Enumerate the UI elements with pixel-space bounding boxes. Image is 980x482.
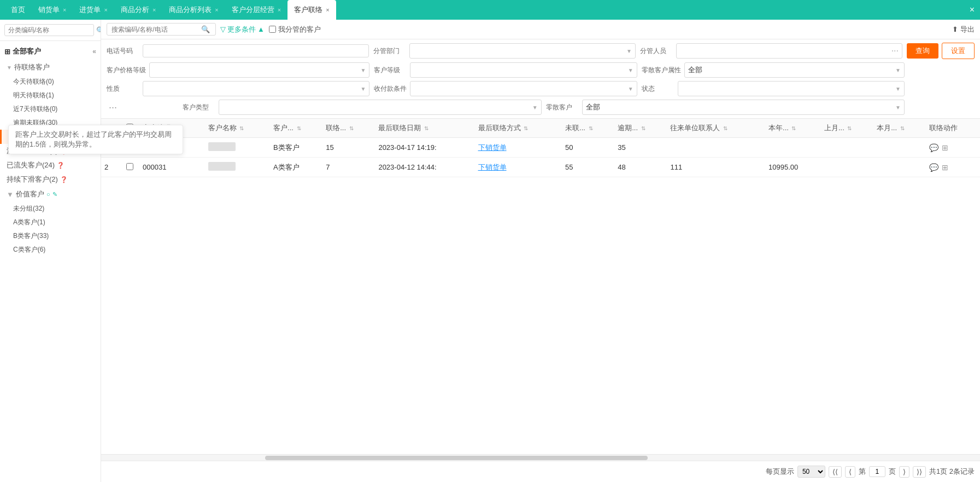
close-tab-sales-order[interactable]: × <box>63 7 66 13</box>
tab-home[interactable]: 首页 <box>4 0 32 20</box>
col-this-month[interactable]: 本月... ⇅ <box>873 119 926 138</box>
filter-actions: 查询 设置 <box>907 43 975 59</box>
sidebar-group-value[interactable]: ▼ 价值客户 ○ ✎ <box>0 187 101 202</box>
tab-product-analysis[interactable]: 商品分析 × <box>114 0 162 20</box>
cell-unit-1 <box>667 138 765 158</box>
cust-type-select[interactable]: ▼ <box>219 100 541 115</box>
tab-customer-contact[interactable]: 客户联络 × <box>287 0 336 20</box>
sidebar-item-ungrouped[interactable]: 未分组(32) <box>0 202 101 216</box>
col-last-contact-date[interactable]: 最后联络日期 ⇅ <box>375 119 474 138</box>
col-last-contact-method[interactable]: 最后联络方式 ⇅ <box>475 119 562 138</box>
grid-icon-2[interactable]: ⊞ <box>942 163 948 172</box>
filter-payment: 收付款条件 ▼ <box>374 81 637 96</box>
col-not-contacted[interactable]: 未联... ⇅ <box>562 119 614 138</box>
horizontal-scrollbar[interactable] <box>101 454 980 461</box>
retail-attr-select[interactable]: 全部 ▼ <box>684 62 905 78</box>
sidebar-item-declining[interactable]: 持续下滑客户(2) ❓ <box>0 172 101 187</box>
sidebar-search-icon[interactable]: 🔍 <box>96 26 101 34</box>
sidebar-item-a-class[interactable]: A类客户(1) <box>0 216 101 229</box>
sidebar-group-pending[interactable]: ▼ 待联络客户 <box>0 60 101 75</box>
tab-customer-tier[interactable]: 客户分层经营 × <box>225 0 287 20</box>
sidebar-collapse-btn[interactable]: « <box>92 48 96 55</box>
page-input[interactable] <box>869 466 885 477</box>
payment-select[interactable]: ▼ <box>410 81 637 96</box>
nav-close-button[interactable]: × <box>970 5 975 15</box>
close-tab-purchase-order[interactable]: × <box>104 7 107 13</box>
col-name[interactable]: 客户名称 ⇅ <box>205 119 271 138</box>
col-last-month[interactable]: 上月... ⇅ <box>821 119 873 138</box>
phone-input[interactable] <box>143 44 369 57</box>
filter-more-dots: ··· <box>107 102 178 113</box>
filter-dept: 分管部门 ▼ <box>373 43 636 59</box>
my-customers-checkbox[interactable] <box>269 26 276 33</box>
first-page-btn[interactable]: ⟨⟨ <box>829 466 842 478</box>
sidebar-item-c-class[interactable]: C类客户(6) <box>0 243 101 257</box>
cell-year-2: 10995.00 <box>765 158 821 177</box>
value-group-edit-icon[interactable]: ✎ <box>52 191 57 198</box>
more-conditions-btn[interactable]: ▽ 更多条件 ▲ <box>220 25 265 34</box>
table-scroll[interactable]: 客户编码 ⇅ 客户名称 ⇅ 客户... ⇅ <box>101 119 980 454</box>
col-unit-contact[interactable]: 往来单位联系人 ⇅ <box>667 119 765 138</box>
person-select[interactable]: ··· <box>676 43 902 59</box>
per-page-select[interactable]: 50 10 20 100 <box>797 466 825 478</box>
price-tier-select[interactable]: ▼ <box>149 62 369 78</box>
sidebar-item-b-class[interactable]: B类客户(33) <box>0 229 101 243</box>
help-icon-4: ❓ <box>60 176 68 183</box>
settings-button[interactable]: 设置 <box>942 43 975 59</box>
close-tab-product-analysis-list[interactable]: × <box>215 7 218 13</box>
sidebar-search-area: 🔍 <box>0 20 101 41</box>
cell-name-1 <box>205 138 271 158</box>
row-checkbox-2[interactable] <box>126 163 133 170</box>
dept-select[interactable]: ▼ <box>409 43 636 59</box>
filter-status: 状态 ▼ <box>642 81 905 96</box>
sidebar-all-customers[interactable]: ⊞ 全部客户 « <box>0 43 101 60</box>
chat-icon-2[interactable]: 💬 <box>929 163 938 172</box>
cell-not-contacted-1: 50 <box>562 138 614 158</box>
tab-product-analysis-list[interactable]: 商品分析列表 × <box>162 0 225 20</box>
col-this-year[interactable]: 本年... ⇅ <box>765 119 821 138</box>
next-page-btn[interactable]: ⟩ <box>899 466 909 478</box>
col-level[interactable]: 客户... ⇅ <box>270 119 322 138</box>
main-layout: 🔍 ⊞ 全部客户 « ▼ 待联络客户 今天待联络(0) 明天待联络(1) 近7天… <box>0 20 980 482</box>
advanced-filters: 电话号码 分管部门 ▼ 分管人员 ··· <box>101 39 980 119</box>
query-button[interactable]: 查询 <box>907 43 938 59</box>
sidebar-item-7days[interactable]: 近7天待联络(0) <box>0 102 101 116</box>
status-select[interactable]: ▼ <box>678 81 905 96</box>
cell-date-1: 2023-04-17 14:19: <box>375 138 474 158</box>
sidebar-item-churned[interactable]: 已流失客户(24) ❓ <box>0 158 101 172</box>
customers-table: 客户编码 ⇅ 客户名称 ⇅ 客户... ⇅ <box>101 119 980 177</box>
filter-row-2: 客户价格等级 ▼ 客户等级 ▼ 零散客户属性 全部 <box>107 62 975 78</box>
cell-not-contacted-2: 55 <box>562 158 614 177</box>
cell-overdue-2: 48 <box>614 158 667 177</box>
col-contact-count[interactable]: 联络... ⇅ <box>322 119 375 138</box>
chat-icon-1[interactable]: 💬 <box>929 143 938 152</box>
method-link-1[interactable]: 下销货单 <box>478 143 507 152</box>
more-dots-button[interactable]: ··· <box>109 102 117 113</box>
cell-last-month-1 <box>821 138 873 158</box>
method-link-2[interactable]: 下销货单 <box>478 163 507 171</box>
retail-customer-select[interactable]: 全部 ▼ <box>582 100 905 115</box>
nature-select[interactable]: ▼ <box>143 81 369 96</box>
grid-icon-1[interactable]: ⊞ <box>942 143 948 152</box>
filter-search-input[interactable] <box>112 26 199 33</box>
export-button[interactable]: ⬆ 导出 <box>952 25 975 34</box>
close-tab-product-analysis[interactable]: × <box>152 7 156 13</box>
cust-level-select[interactable]: ▼ <box>410 62 637 78</box>
sidebar-item-tomorrow[interactable]: 明天待联络(1) <box>0 89 101 102</box>
cell-this-month-2 <box>873 158 926 177</box>
last-page-btn[interactable]: ⟩⟩ <box>913 466 926 478</box>
retail-cust-arrow: ▼ <box>895 104 901 111</box>
close-tab-customer-contact[interactable]: × <box>326 7 329 13</box>
tab-sales-order[interactable]: 销货单 × <box>32 0 73 20</box>
tab-purchase-order[interactable]: 进货单 × <box>73 0 114 20</box>
col-overdue[interactable]: 逾期... ⇅ <box>614 119 667 138</box>
cell-index-2: 2 <box>101 158 123 177</box>
filter-search-icon[interactable]: 🔍 <box>201 25 210 33</box>
close-tab-customer-tier[interactable]: × <box>278 7 281 13</box>
cell-level-1: B类客户 <box>270 138 322 158</box>
sidebar-item-today[interactable]: 今天待联络(0) <box>0 75 101 89</box>
filter-retail-customer: 零散客户 全部 ▼ <box>546 100 905 115</box>
sidebar-search-input[interactable] <box>4 24 94 36</box>
prev-page-btn[interactable]: ⟨ <box>845 466 855 478</box>
status-arrow: ▼ <box>895 86 901 92</box>
